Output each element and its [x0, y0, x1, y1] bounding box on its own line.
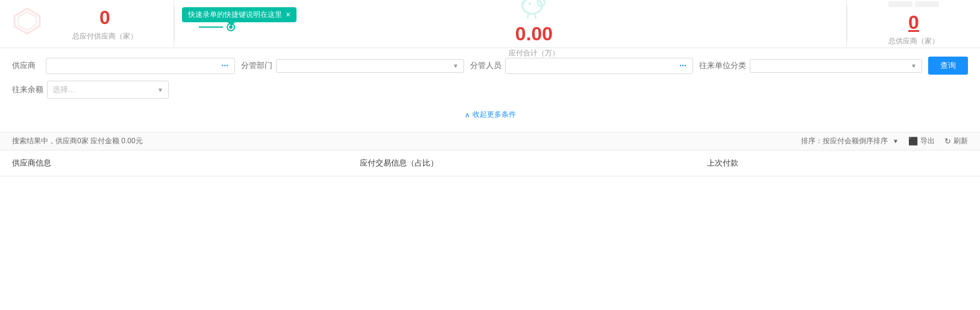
collapse-btn-label: 收起更多条件 — [473, 110, 516, 120]
col-header-supplier-info: 供应商信息 — [12, 158, 360, 169]
dept-filter-group: 分管部门 ▼ — [241, 59, 464, 73]
sort-label: 排序：按应付会额倒序排序 — [801, 136, 888, 146]
results-bar: 搜索结果中，供应商0家 应付金额 0.00元 排序：按应付会额倒序排序 ▼ ⬛ … — [0, 132, 980, 150]
supplier-input[interactable] — [51, 58, 220, 73]
supplier-input-container[interactable]: ··· — [46, 58, 235, 74]
tooltip-line — [199, 26, 223, 28]
category-chevron-icon: ▼ — [911, 63, 917, 69]
collapse-row: ∧ 收起更多条件 — [12, 105, 968, 127]
svg-marker-1 — [18, 12, 36, 30]
svg-line-4 — [527, 14, 529, 18]
filter-row-2: 往来余额 选择... ▼ — [12, 81, 968, 99]
chevron-up-icon: ∧ — [465, 111, 470, 119]
export-btn[interactable]: ⬛ 导出 — [908, 136, 935, 146]
category-select[interactable]: ▼ — [750, 59, 922, 73]
filter-area: 供应商 ··· 分管部门 ▼ 分管人员 ··· 往来单位分类 — [0, 48, 980, 132]
table-body — [0, 176, 980, 310]
col-header-last-payment: 上次付款 — [707, 158, 968, 169]
stat-total-suppliers-payable: 0 总应付供应商（家） — [0, 0, 174, 48]
balance-placeholder: 选择... — [52, 84, 75, 95]
person-label: 分管人员 — [470, 60, 501, 71]
supplier-dots-btn[interactable]: ··· — [220, 61, 230, 70]
sort-select[interactable]: 排序：按应付会额倒序排序 ▼ — [801, 136, 899, 146]
export-label: 导出 — [920, 136, 935, 146]
export-icon: ⬛ — [908, 137, 918, 146]
stats-bar: 0 总应付供应商（家） 快速录单的快捷键说明在这里 × — [0, 0, 980, 48]
balance-label: 往来余额 — [12, 84, 43, 95]
svg-line-5 — [535, 14, 536, 18]
tooltip-close-btn[interactable]: × — [286, 10, 291, 19]
svg-point-6 — [529, 2, 531, 5]
filter-row-1: 供应商 ··· 分管部门 ▼ 分管人员 ··· 往来单位分类 — [12, 57, 968, 75]
total-payable-number: 0.00 — [515, 22, 553, 45]
balance-filter-group: 往来余额 选择... ▼ — [12, 81, 169, 99]
total-suppliers-label: 总供应商（家） — [888, 36, 939, 46]
stat-total-suppliers: 0 总供应商（家） — [847, 0, 980, 48]
balance-select[interactable]: 选择... ▼ — [47, 81, 169, 99]
person-dots-btn[interactable]: ··· — [678, 61, 688, 70]
refresh-label: 刷新 — [953, 136, 968, 146]
supplier-label: 供应商 — [12, 60, 42, 71]
category-filter-group: 往来单位分类 ▼ — [699, 59, 922, 73]
diamond-icon — [12, 6, 42, 36]
table-header: 供应商信息 应付交易信息（占比） 上次付款 — [0, 150, 980, 176]
collapse-btn[interactable]: ∧ 收起更多条件 — [455, 107, 526, 122]
supplier-filter-group: 供应商 ··· — [12, 58, 235, 74]
dept-chevron-icon: ▼ — [453, 63, 459, 69]
person-filter-group: 分管人员 ··· — [470, 58, 693, 74]
stat-total-payable: 快速录单的快捷键说明在这里 × 0.00 — [175, 0, 847, 48]
total-suppliers-payable-number: 0 — [99, 6, 110, 29]
piggy-bank-icon — [519, 0, 549, 19]
col-header-transaction: 应付交易信息（占比） — [360, 158, 708, 169]
svg-point-2 — [523, 0, 542, 14]
total-payable-label: 应付合计（万） — [509, 48, 559, 58]
refresh-icon: ↻ — [944, 137, 951, 146]
balance-chevron-icon: ▼ — [157, 87, 163, 93]
results-info: 搜索结果中，供应商0家 应付金额 0.00元 — [12, 136, 143, 146]
category-label: 往来单位分类 — [699, 60, 746, 71]
person-input-container[interactable]: ··· — [505, 58, 693, 74]
dept-label: 分管部门 — [241, 60, 272, 71]
total-suppliers-payable-label: 总应付供应商（家） — [72, 31, 137, 42]
results-actions: 排序：按应付会额倒序排序 ▼ ⬛ 导出 ↻ 刷新 — [801, 136, 968, 146]
sort-chevron-icon: ▼ — [893, 138, 899, 144]
dept-select[interactable]: ▼ — [276, 59, 464, 73]
total-suppliers-number: 0 — [908, 11, 919, 34]
search-button[interactable]: 查询 — [928, 57, 968, 75]
tooltip-bubble: 快速录单的快捷键说明在这里 × — [182, 7, 297, 22]
refresh-btn[interactable]: ↻ 刷新 — [944, 136, 968, 146]
tooltip-text: 快速录单的快捷键说明在这里 — [188, 10, 282, 20]
person-input[interactable] — [510, 58, 678, 73]
